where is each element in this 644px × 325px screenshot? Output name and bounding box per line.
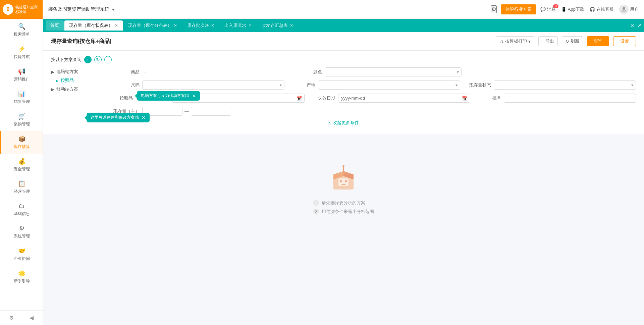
search-button[interactable]: 查询 <box>587 36 609 46</box>
topbar: 装备及固定资产辅助管理系统 ▾ ⚙ 体验行业方案 💬 消息 8 📱 App下载 … <box>43 0 644 19</box>
print-dropdown-icon: ▾ <box>528 39 531 44</box>
enterprise-icon: 🤝 <box>18 247 25 255</box>
stock-main-to[interactable] <box>191 107 231 116</box>
sidebar-logo: 6 畅捷通好生意 标准版 <box>0 0 43 19</box>
logo-icon: 6 <box>3 4 13 15</box>
sidebar-item-search-menu[interactable]: 🔍 搜索菜单 <box>0 19 43 41</box>
cycle-scheme-button[interactable]: ↻ <box>94 56 102 63</box>
exp-date-label: 失效日期 <box>309 95 335 101</box>
sidebar-item-marketing[interactable]: 📢 营销推广 <box>0 64 43 86</box>
print-button[interactable]: 🖨 按模板打印 ▾ <box>496 36 534 46</box>
mobile-scheme-item[interactable]: ▶ 移动端方案 <box>51 85 105 94</box>
quick-nav-icon: ⚡ <box>18 45 25 53</box>
scheme-sub-item[interactable]: ▸ 按照品 <box>56 76 105 85</box>
refresh-icon: ↻ <box>566 39 569 44</box>
app-download-icon: 📱 <box>561 7 567 12</box>
sidebar-item-guide[interactable]: 🌟 新手引导 <box>0 266 43 288</box>
tab-maximize-btn[interactable]: ⤢ <box>637 22 641 29</box>
export-button[interactable]: ↑ 导出 <box>538 36 558 46</box>
sidebar-item-finance[interactable]: 💰 资金管理 <box>0 154 43 176</box>
svg-point-3 <box>340 180 342 182</box>
filter-row-2: 尺码 ▾ 产地 ▾ <box>113 80 636 90</box>
tab-in-out-flow[interactable]: 出入库流水 ✕ <box>220 20 256 31</box>
sidebar-item-base-info[interactable]: 🗂 基础信息 <box>0 199 43 221</box>
stock-main-range: — <box>142 107 231 116</box>
sidebar-collapse-btn[interactable]: ◀ <box>30 315 34 321</box>
size-select-wrapper: ▾ <box>142 80 284 90</box>
exp-date-wrapper: 📅 <box>338 94 470 103</box>
refresh-button[interactable]: ↻ 刷新 <box>562 36 583 46</box>
size-select[interactable] <box>142 80 284 90</box>
tab-inventory-status[interactable]: 现存量（库存状况表） ✕ <box>64 20 123 31</box>
scheme-sub-label: 按照品 <box>61 77 74 84</box>
tab-home[interactable]: 首页 <box>46 20 64 31</box>
sidebar-item-label: 库存核算 <box>14 144 30 150</box>
stock-status-select[interactable] <box>494 80 636 90</box>
tab-collect-send[interactable]: 收发存汇总表 ✕ <box>257 20 298 31</box>
goods-label: 商品 <box>113 69 140 75</box>
app-download-item[interactable]: 📱 App下载 <box>561 6 584 12</box>
notification-icon: 💬 <box>540 7 546 12</box>
system-name: 装备及固定资产辅助管理系统 ▾ <box>48 6 487 12</box>
tab-batch-account[interactable]: 库存批次账 ✕ <box>182 20 219 31</box>
tab-batch-account-close[interactable]: ✕ <box>211 23 214 28</box>
tab-inventory-dist-close[interactable]: ✕ <box>174 23 177 28</box>
tooltip-bubble-left: 这里可以创建和修改方案哦 ✕ <box>87 113 150 122</box>
stock-status-label: 现存量状态 <box>464 82 491 88</box>
exp-date-input[interactable] <box>338 94 470 103</box>
sidebar-item-purchase[interactable]: 🛒 采购管理 <box>0 109 43 131</box>
desktop-scheme-item[interactable]: ▶ 电脑端方案 <box>51 67 105 76</box>
filter-section: 按以下方案查询 + ↻ ← 电脑方案可设为移动方案哦 ✕ 这里可以创建和修改方案… <box>43 51 644 134</box>
sidebar-item-inventory[interactable]: 📦 库存核算 <box>0 131 43 154</box>
field-origin: 产地 ▾ <box>288 80 460 90</box>
batch-no-input[interactable] <box>504 94 636 103</box>
sys-mgmt-icon: ⚙ <box>19 225 24 232</box>
svg-point-4 <box>345 180 347 182</box>
empty-tip-1: 1 请先选择要分析的方案 <box>313 200 374 206</box>
tooltip-top-close[interactable]: ✕ <box>192 93 196 99</box>
settings-button[interactable]: 设置 <box>613 36 636 46</box>
sidebar-item-enterprise[interactable]: 🤝 企业协同 <box>0 243 43 266</box>
stock-status-select-wrapper: ▾ <box>494 80 636 90</box>
tab-inventory-status-close[interactable]: ✕ <box>115 23 118 28</box>
desktop-scheme-children: ▸ 按照品 <box>56 76 105 85</box>
sidebar-item-sales[interactable]: 📊 销售管理 <box>0 86 43 109</box>
svg-point-6 <box>342 165 344 167</box>
field-stock-status: 现存量状态 ▾ <box>464 80 636 90</box>
add-scheme-button[interactable]: + <box>84 56 92 63</box>
mobile-scheme-label: 移动端方案 <box>56 86 78 92</box>
tab-minimize-btn[interactable]: ✕ <box>630 22 634 29</box>
page-content: 现存量查询(按仓库+商品) 🖨 按模板打印 ▾ ↑ 导出 ↻ 刷新 <box>43 32 644 325</box>
tip-text-1: 请先选择要分析的方案 <box>322 200 365 206</box>
sidebar-item-operations[interactable]: 📋 经营管理 <box>0 176 43 199</box>
tab-batch-account-label: 库存批次账 <box>187 22 209 29</box>
sidebar-item-label: 营销推广 <box>14 76 30 82</box>
color-select[interactable] <box>325 67 462 76</box>
field-size: 尺码 ▾ <box>113 80 284 90</box>
goods-dots[interactable]: ··· <box>142 69 146 75</box>
field-goods: 商品 ··· <box>113 69 279 75</box>
tab-collect-send-close[interactable]: ✕ <box>290 23 293 28</box>
tab-inventory-dist[interactable]: 现存量（库存分布表） ✕ <box>123 20 182 31</box>
system-dropdown-icon[interactable]: ▾ <box>112 7 114 12</box>
sidebar-item-sys-mgmt[interactable]: ⚙ 系统管理 <box>0 221 43 243</box>
category-label: 按照品 <box>113 95 133 101</box>
back-scheme-button[interactable]: ← <box>104 56 112 63</box>
tab-in-out-flow-close[interactable]: ✕ <box>248 23 252 28</box>
tab-collect-send-label: 收发存汇总表 <box>262 22 288 29</box>
user-item[interactable]: 用户 <box>619 5 639 14</box>
sidebar-item-quick-nav[interactable]: ⚡ 快捷导航 <box>0 41 43 64</box>
industry-button[interactable]: 体验行业方案 <box>501 4 536 14</box>
origin-select-wrapper: ▾ <box>318 80 460 90</box>
origin-select[interactable] <box>318 80 460 90</box>
sidebar-settings-btn[interactable]: ⚙ <box>9 315 14 321</box>
online-support-item[interactable]: 🎧 在线客服 <box>590 6 614 12</box>
gear-button[interactable]: ⚙ <box>491 5 497 13</box>
scheme-panel: ▶ 电脑端方案 ▸ 按照品 ▶ 移动端方案 <box>51 67 105 117</box>
filter-header: 按以下方案查询 + ↻ ← <box>51 56 636 63</box>
tooltip-left-close[interactable]: ✕ <box>142 115 146 120</box>
tooltip-bubble-top: 电脑方案可设为移动方案哦 ✕ <box>137 91 200 101</box>
sidebar-item-label: 新手引导 <box>14 278 30 284</box>
sidebar-item-label: 快捷导航 <box>14 54 30 60</box>
notification-item[interactable]: 💬 消息 8 <box>540 6 556 12</box>
